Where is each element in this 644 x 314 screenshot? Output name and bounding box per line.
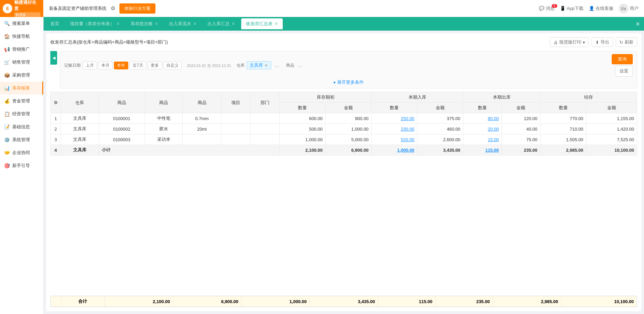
tab-close-icon[interactable]: ✕ [155, 21, 158, 26]
row-in-amt: 2,600.00 [417, 134, 463, 145]
settings-icon[interactable]: ⚙ [109, 4, 117, 13]
col-code-header: 商品 [99, 92, 145, 113]
subtotal-bal-qty: 2,985.00 [540, 145, 586, 155]
refresh-icon: ↻ [620, 40, 623, 45]
table-settings-header[interactable]: ⚙ [51, 92, 61, 113]
total-table: 合计 2,100.00 6,900.00 1,000.00 3,435.00 1… [51, 296, 637, 307]
warehouse-more-icon[interactable]: ... [273, 62, 280, 68]
row-out-qty[interactable]: 20.00 [463, 124, 501, 134]
trial-button[interactable]: 体验行业方案 [119, 3, 155, 14]
top-header-left: 装备及固定资产辅助管理系统 ⚙ 体验行业方案 [49, 3, 155, 14]
warehouse-tag-close-icon[interactable]: ✕ [264, 63, 268, 68]
row-in-qty[interactable]: 520.00 [371, 134, 417, 145]
total-open-amt: 6,900.00 [173, 296, 241, 307]
sidebar-item-basic-info[interactable]: 📝 基础信息 [0, 120, 43, 133]
row-code: 0100001 [99, 113, 145, 124]
subtotal-out-amt: 235.00 [502, 145, 540, 155]
date-btn-this-year[interactable]: 本年 [114, 62, 128, 69]
row-open-amt: 1,000.00 [326, 124, 371, 134]
sidebar-item-finance[interactable]: 💰 资金管理 [0, 95, 43, 108]
row-open-qty: 1,000.00 [280, 134, 326, 145]
avatar: Ea [619, 4, 628, 13]
print-button[interactable]: 🖨 拣货版打印 ▾ [550, 37, 589, 47]
page-content: 收发存汇总表(按仓库+商品编码+商品+规格型号+项目+部门) 🖨 拣货版打印 ▾… [44, 31, 644, 314]
tab-recv-send-summary[interactable]: 收发存汇总表 ✕ [241, 18, 283, 29]
warehouse-label: 仓库 [236, 63, 245, 68]
export-button[interactable]: ⬇ 导出 [592, 37, 613, 47]
sidebar-item-inventory[interactable]: 📊 库存核算 [0, 82, 43, 95]
goods-more-icon[interactable]: ... [296, 62, 303, 68]
col-name-header: 商品 [145, 92, 183, 113]
expand-more-row: ▾ 展开更多条件 [64, 79, 633, 85]
date-btn-custom[interactable]: 自定义 [163, 62, 182, 69]
row-out-qty[interactable]: 15.00 [463, 134, 501, 145]
sidebar-item-quick-nav[interactable]: 🏠 快捷导航 [0, 30, 43, 43]
warehouse-filter-group: 仓库 文具库 ✕ ... [236, 61, 280, 69]
col-warehouse-header: 仓库 [61, 92, 99, 113]
sidebar-item-label: 搜索菜单 [12, 20, 30, 27]
tab-close-icon[interactable]: ✕ [232, 21, 235, 26]
row-warehouse: 文具库 [61, 124, 99, 134]
col-bal-qty: 数量 [540, 103, 586, 113]
tab-close-icon[interactable]: ✕ [116, 21, 120, 26]
tab-close-icon[interactable]: ✕ [275, 21, 278, 26]
date-btn-7days[interactable]: 近7天 [130, 62, 146, 69]
row-name: 胶水 [145, 124, 183, 134]
row-project [221, 124, 250, 134]
subtotal-out-qty[interactable]: 115.00 [463, 145, 501, 155]
message-button[interactable]: 💬 消息 6 [539, 5, 555, 12]
row-in-amt: 460.00 [417, 124, 463, 134]
app-download-button[interactable]: 📱 App下载 [560, 5, 583, 12]
goods-label: 商品 [286, 63, 294, 68]
row-out-qty[interactable]: 80.00 [463, 113, 501, 124]
sidebar-item-system[interactable]: ⚙️ 系统管理 [0, 133, 43, 146]
tab-inout-summary[interactable]: 出入库汇总 ✕ [203, 18, 240, 29]
sidebar-item-marketing[interactable]: 📢 营销推广 [0, 43, 43, 56]
data-table: ⚙ 仓库 商品 商品 商品 项目 部门 库存期初 本期入库 本期出库 结存 [50, 92, 637, 155]
expand-more-button[interactable]: ▾ 展开更多条件 [333, 79, 364, 85]
marketing-icon: 📢 [4, 47, 10, 52]
row-out-amt: 40.00 [502, 124, 540, 134]
tab-home[interactable]: 首页 [46, 18, 64, 29]
message-badge: 6 [552, 4, 557, 8]
date-btn-this-month[interactable]: 本月 [98, 62, 113, 69]
sidebar-item-search[interactable]: 🔍 搜索菜单 [0, 17, 43, 30]
tab-batch-ledger[interactable]: 库存批次账 ✕ [126, 18, 163, 29]
sidebar-item-label: 销售管理 [12, 59, 30, 65]
online-service-button[interactable]: 👤 在线客服 [589, 5, 613, 12]
col-bal-amt: 金额 [586, 103, 637, 113]
close-all-tabs-button[interactable]: ✕ [633, 19, 643, 29]
subtotal-warehouse: 文具库 [61, 145, 99, 155]
row-idx: 1 [51, 113, 61, 124]
tab-close-icon[interactable]: ✕ [193, 21, 197, 26]
row-in-qty[interactable]: 250.00 [371, 113, 417, 124]
subtotal-in-qty[interactable]: 1,000.00 [371, 145, 417, 155]
total-bal-amt: 10,100.00 [561, 296, 637, 307]
refresh-button[interactable]: ↻ 刷新 [616, 37, 637, 47]
row-out-amt: 75.00 [502, 134, 540, 145]
query-button[interactable]: 查询 [612, 54, 633, 64]
total-open-qty: 2,100.00 [104, 296, 173, 307]
sidebar-item-guide[interactable]: 🎯 新手引导 [0, 159, 43, 172]
row-in-qty[interactable]: 230.00 [371, 124, 417, 134]
row-project [221, 113, 250, 124]
sidebar-item-enterprise[interactable]: 🤝 企业协同 [0, 146, 43, 159]
date-btn-more[interactable]: 更多 [148, 62, 162, 69]
tab-inout-flow[interactable]: 出入库流水 ✕ [164, 18, 201, 29]
warehouse-tag[interactable]: 文具库 ✕ [247, 61, 271, 69]
row-bal-amt: 1,420.00 [586, 124, 637, 134]
user-menu[interactable]: Ea 用户 [619, 4, 639, 13]
sidebar-item-operations[interactable]: 📋 经营管理 [0, 108, 43, 120]
row-in-amt: 375.00 [417, 113, 463, 124]
group-out-header: 本期出库 [463, 92, 540, 103]
page-title: 收发存汇总表(按仓库+商品编码+商品+规格型号+项目+部门) [50, 39, 168, 45]
home-icon: 🏠 [4, 34, 10, 39]
tab-stock-distribution[interactable]: 现存量（库存分布表） ✕ [65, 18, 125, 29]
setting-button[interactable]: 设置 [615, 66, 633, 77]
sidebar-item-sales[interactable]: 🛒 销售管理 [0, 56, 43, 69]
filter-collapse-button[interactable]: ◀ [50, 51, 57, 65]
sidebar-item-purchase[interactable]: 📦 采购管理 [0, 69, 43, 82]
date-btn-last-month[interactable]: 上月 [83, 62, 97, 69]
col-out-amt: 金额 [502, 103, 540, 113]
table-container: ⚙ 仓库 商品 商品 商品 项目 部门 库存期初 本期入库 本期出库 结存 [50, 92, 637, 296]
